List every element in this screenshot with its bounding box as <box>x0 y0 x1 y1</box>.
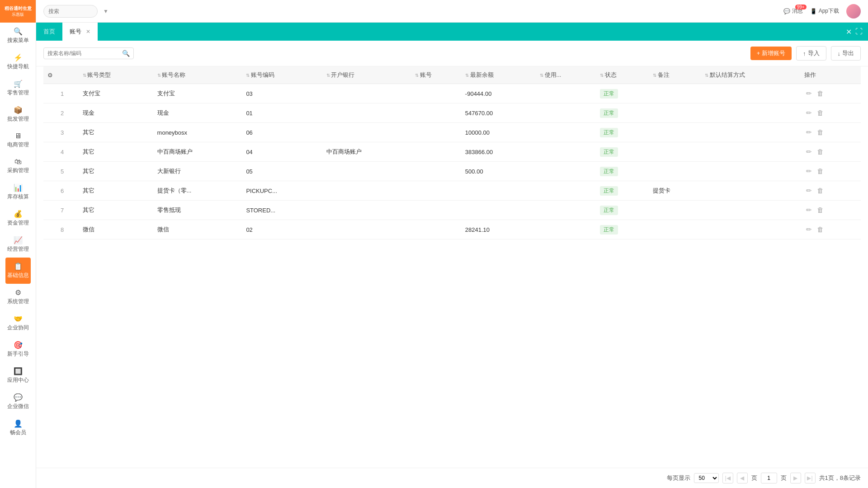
edit-button-3[interactable]: ✏ <box>804 147 814 157</box>
delete-button-4[interactable]: 🗑 <box>815 166 826 176</box>
sidebar-item-operation-mgmt[interactable]: 📈经营管理 <box>5 231 31 258</box>
col-header-usage[interactable]: ⇅ 使用... <box>536 66 596 84</box>
sidebar-item-system-mgmt[interactable]: ⚙系统管理 <box>5 284 31 310</box>
delete-button-3[interactable]: 🗑 <box>815 147 826 156</box>
edit-button-6[interactable]: ✏ <box>804 205 814 215</box>
edit-button-2[interactable]: ✏ <box>804 127 814 137</box>
edit-button-0[interactable]: ✏ <box>804 89 814 99</box>
sidebar-item-finance-mgmt[interactable]: 💰资金管理 <box>5 205 31 231</box>
close-tab-action[interactable]: ✕ <box>846 28 852 36</box>
cell-name-3: 中百商场账户 <box>154 142 243 162</box>
delete-button-6[interactable]: 🗑 <box>815 205 826 215</box>
sidebar-item-new-guide[interactable]: 🎯新手引导 <box>5 336 31 362</box>
cell-type-7: 微信 <box>79 220 154 239</box>
cell-account-1 <box>411 103 462 123</box>
page-number-input[interactable] <box>761 473 777 483</box>
import-button[interactable]: ↑ 导入 <box>796 46 826 61</box>
cell-code-0: 03 <box>242 84 322 103</box>
col-header-code[interactable]: ⇅ 账号编码 <box>242 66 322 84</box>
sidebar-item-search-menu[interactable]: 🔍搜索菜单 <box>5 23 31 49</box>
cell-bank-3: 中百商场账户 <box>323 142 412 162</box>
sidebar-logo: 稻谷通时生意 乐惠版 <box>0 0 36 23</box>
col-header-remark[interactable]: ⇅ 备注 <box>649 66 701 84</box>
basic-info-icon: 📋 <box>14 262 23 271</box>
sidebar-item-enterprise-agreement[interactable]: 🤝企业协同 <box>5 310 31 336</box>
sidebar-item-retail-mgmt[interactable]: 🛒零售管理 <box>5 75 31 101</box>
sidebar-item-basic-info[interactable]: 📋基础信息 <box>5 258 31 284</box>
tab-home[interactable]: 首页 <box>36 23 62 41</box>
last-page-button[interactable]: ▶| <box>805 473 816 483</box>
delete-button-2[interactable]: 🗑 <box>815 127 826 137</box>
delete-button-7[interactable]: 🗑 <box>815 225 826 234</box>
col-header-default_settlement[interactable]: ⇅ 默认结算方式 <box>701 66 800 84</box>
fullscreen-tab-action[interactable]: ⛶ <box>855 28 863 36</box>
sidebar-item-inventory[interactable]: 📊库存核算 <box>5 179 31 205</box>
delete-button-5[interactable]: 🗑 <box>815 186 826 195</box>
app-download-label: App下载 <box>819 7 839 15</box>
edit-button-4[interactable]: ✏ <box>804 166 814 176</box>
sort-icon: ⇅ <box>600 73 605 78</box>
search-icon[interactable]: 🔍 <box>122 50 130 57</box>
cell-code-5: PICKUPC... <box>242 181 322 201</box>
next-page-button[interactable]: ▶ <box>790 473 801 483</box>
col-header-bank[interactable]: ⇅ 开户银行 <box>323 66 412 84</box>
cell-usage-0 <box>536 84 596 103</box>
sidebar-item-app-center[interactable]: 🔲应用中心 <box>5 362 31 389</box>
col-header-account[interactable]: ⇅ 账号 <box>411 66 462 84</box>
sidebar-item-member[interactable]: 👤畅会员 <box>5 415 31 441</box>
cell-remark-2 <box>649 123 701 142</box>
cell-type-0: 支付宝 <box>79 84 154 103</box>
cell-remark-3 <box>649 142 701 162</box>
search-wrap: 🔍 <box>43 47 134 59</box>
cell-name-1: 现金 <box>154 103 243 123</box>
sidebar-item-label: 系统管理 <box>7 298 29 305</box>
tab-label: 首页 <box>43 28 55 36</box>
first-page-button[interactable]: |◀ <box>722 473 733 483</box>
sidebar-item-quick-nav[interactable]: ⚡快捷导航 <box>5 49 31 75</box>
sidebar-item-purchase-mgmt[interactable]: 🛍采购管理 <box>5 153 31 179</box>
user-avatar[interactable] <box>846 4 861 19</box>
app-icon: 📱 <box>810 8 817 14</box>
account-search-input[interactable] <box>47 50 119 56</box>
cell-bank-6 <box>323 201 412 220</box>
cell-remark-7 <box>649 220 701 239</box>
sort-icon: ⇅ <box>705 73 710 78</box>
app-download-button[interactable]: 📱 App下载 <box>810 7 839 15</box>
cell-status-0: 正常 <box>596 84 649 103</box>
col-header-name[interactable]: ⇅ 账号名称 <box>154 66 243 84</box>
edit-button-1[interactable]: ✏ <box>804 108 814 118</box>
cell-account-4 <box>411 162 462 181</box>
cell-code-7: 02 <box>242 220 322 239</box>
col-header-balance[interactable]: ⇅ 最新余额 <box>462 66 536 84</box>
table-settings-icon[interactable]: ⚙ <box>47 72 53 79</box>
cell-bank-4 <box>323 162 412 181</box>
sidebar-item-enterprise-wechat[interactable]: 💬企业微信 <box>5 389 31 415</box>
top-search-input[interactable] <box>43 5 98 18</box>
content-area: 🔍 + 新增账号 ↑ 导入 ↓ 导出 ⚙⇅ 账号类型⇅ 账号名称⇅ 账号编码⇅ … <box>36 41 868 488</box>
cell-usage-6 <box>536 201 596 220</box>
add-account-button[interactable]: + 新增账号 <box>750 47 792 60</box>
enterprise-agreement-icon: 🤝 <box>14 314 23 323</box>
cell-status-1: 正常 <box>596 103 649 123</box>
tab-close-icon[interactable]: ✕ <box>86 28 90 35</box>
messages-button[interactable]: 💬 消息 99+ <box>783 7 803 15</box>
edit-button-5[interactable]: ✏ <box>804 186 814 196</box>
cell-name-5: 提货卡（零... <box>154 181 243 201</box>
accounts-table: ⚙⇅ 账号类型⇅ 账号名称⇅ 账号编码⇅ 开户银行⇅ 账号⇅ 最新余额⇅ 使用.… <box>43 66 861 239</box>
page-size-select[interactable]: 50 20 100 <box>694 473 719 483</box>
prev-page-button[interactable]: ◀ <box>737 473 748 483</box>
current-page-label: 页 <box>751 474 757 482</box>
sidebar-item-wholesale-mgmt[interactable]: 📦批发管理 <box>5 101 31 127</box>
dropdown-arrow-icon[interactable]: ▼ <box>103 8 108 14</box>
edit-button-7[interactable]: ✏ <box>804 225 814 235</box>
cell-status-7: 正常 <box>596 220 649 239</box>
row-num-7: 8 <box>57 220 79 239</box>
col-header-status[interactable]: ⇅ 状态 <box>596 66 649 84</box>
export-button[interactable]: ↓ 导出 <box>831 46 861 61</box>
cell-bank-5 <box>323 181 412 201</box>
delete-button-0[interactable]: 🗑 <box>815 89 826 98</box>
delete-button-1[interactable]: 🗑 <box>815 108 826 117</box>
tab-accounts[interactable]: 账号✕ <box>62 23 98 41</box>
col-header-type[interactable]: ⇅ 账号类型 <box>79 66 154 84</box>
sidebar-item-ecommerce-mgmt[interactable]: 🖥电商管理 <box>5 127 31 153</box>
